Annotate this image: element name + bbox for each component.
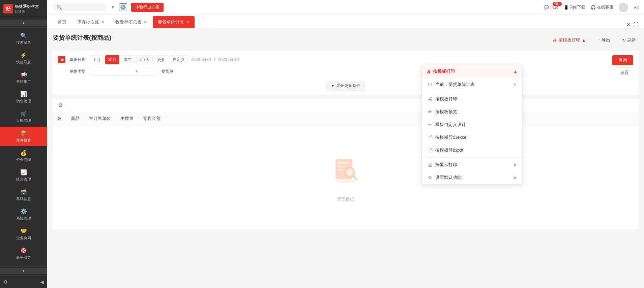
display-print-arrow: ▶ [514,162,517,167]
sidebar-scroll-down[interactable]: ▼ [0,268,47,274]
filter-section: ◀ 单据日期 上月 本月 本年 近7天 更多 自定义 2023-06-01 至 … [53,51,639,95]
col-quantity: 主数量 [116,112,138,125]
sidebar-collapse-button[interactable]: ◀ [40,279,44,285]
top-bar-settings-button[interactable]: ⚙️ [119,3,127,11]
search-bar-icon: 🔍 [57,5,62,10]
tab-bar: 首页 库存批次账 ✕ 收发存汇总表 ✕ 要货单统计表 ✕ ✕ ⛶ [47,15,644,28]
table-settings-icon[interactable]: ⚙ [58,102,63,108]
print-button[interactable]: 🖨 按模板打印 ▲ [550,35,589,45]
sidebar-settings-button[interactable]: ⚙ [3,279,8,285]
current-template-item[interactable]: ☑ 当前：要货单统计表 ▼ [422,78,522,91]
phone-icon: 📱 [564,5,569,10]
export-button[interactable]: ↑ 导出 [595,35,613,45]
sidebar-item-operation[interactable]: 📈 经营管理 [0,166,47,185]
template-pdf-item[interactable]: 📄 按模板导出pdf [422,144,522,157]
tab-order-stat[interactable]: 要货单统计表 ✕ [153,16,195,28]
tab-collection-close[interactable]: ✕ [144,20,147,25]
date-more[interactable]: 更多 [154,55,168,64]
search-bar[interactable]: 🔍 [53,3,107,11]
sidebar-item-guide[interactable]: 🎯 新手引导 [0,244,47,263]
sidebar-nav: 🔍 搜索菜单 ⚡ 快捷导航 📢 营销推广 📊 销售管理 🛒 采购管理 📦 库存核… [0,28,47,266]
sidebar-bottom: ⚙ ◀ [0,276,47,288]
date-last-month[interactable]: 上月 [90,55,104,64]
online-service-action[interactable]: 🎧 在线客服 [591,4,613,10]
top-bar: 🔍 ▼ ⚙️ 体验行业方案 💬 消息 99+ 📱 App下载 🎧 在线客服 R [47,0,644,15]
top-bar-actions: 💬 消息 99+ 📱 App下载 🎧 在线客服 Rit [544,3,639,12]
date-this-month[interactable]: 本月 [105,55,119,64]
user-avatar[interactable] [619,3,628,12]
sidebar-item-basic[interactable]: 🗃️ 基础信息 [0,185,47,205]
default-settings-left: ⚙ 设置默认功能 [427,174,462,181]
page-title: 要货单统计表(按商品) [53,34,111,42]
export-icon: ↑ [598,38,600,43]
template-design-icon: ✏ [427,122,433,127]
tab-collection[interactable]: 收发存汇总表 ✕ [110,16,152,28]
industry-button[interactable]: 体验行业方案 [131,3,164,12]
template-print-icon: 🖨 [427,96,433,102]
headphone-icon: 🎧 [591,5,596,10]
dropdown-collapse-icon: ▲ [513,69,518,74]
sidebar-item-search[interactable]: 🔍 搜索菜单 [0,29,47,49]
display-print-icon: 🖨 [427,162,433,167]
messages-action[interactable]: 💬 消息 99+ [544,4,558,10]
sidebar-item-system[interactable]: ⚙️ 系统管理 [0,205,47,224]
collab-icon: 🤝 [20,228,27,234]
sidebar-item-purchase[interactable]: 🛒 采购管理 [0,107,47,127]
inventory-icon: 📦 [20,130,27,136]
finance-icon: 💰 [20,150,27,156]
empty-icon [329,152,362,192]
dropdown-icon[interactable]: ▼ [111,5,115,10]
svg-point-0 [335,179,356,183]
col-unit: 主计量单位 [84,112,116,125]
expand-icon: ▼ [331,84,335,88]
check-icon: ☑ [427,82,433,87]
settings-button[interactable]: 设置 [616,67,633,78]
display-print-item[interactable]: 🖨 按显示打印 ▶ [422,158,522,171]
app-download-action[interactable]: 📱 App下载 [564,4,585,10]
col-empty [165,112,639,125]
date-custom[interactable]: 自定义 [170,55,188,64]
dropdown-header[interactable]: 🖨 按模板打印 ▲ [422,65,522,78]
sidebar-scroll-up[interactable]: ▲ [0,20,47,26]
query-button[interactable]: 查询 [612,55,633,65]
type-select[interactable]: ▼ [90,67,157,76]
refresh-button[interactable]: ↻ 刷新 [619,35,639,45]
print-dropdown: 🖨 按模板打印 ▲ ☑ 当前：要货单统计表 ▼ 🖨 按模板打印 👁 按模板预览 [421,65,523,184]
sidebar: 好 畅捷通好生意 标准版 ▲ 🔍 搜索菜单 ⚡ 快捷导航 📢 营销推广 📊 销售… [0,0,47,288]
message-icon: 💬 [544,5,549,10]
sidebar-item-apps[interactable]: 🔲 应用中心 [0,263,47,266]
sidebar-item-sales[interactable]: 📊 销售管理 [0,88,47,107]
filter-collapse-icon[interactable]: ◀ [58,56,65,63]
tab-right-actions: ✕ ⛶ [626,22,639,28]
default-settings-item[interactable]: ⚙ 设置默认功能 ▶ [422,171,522,184]
sidebar-item-collab[interactable]: 🤝 企业协同 [0,224,47,244]
tab-close-button[interactable]: ✕ [626,22,631,28]
tab-home[interactable]: 首页 [53,16,71,28]
tab-maximize-button[interactable]: ⛶ [633,22,639,28]
template-preview-item[interactable]: 👁 按模板预览 [422,105,522,118]
template-excel-item[interactable]: 📄 按模板导出excel [422,131,522,144]
tab-batch-close[interactable]: ✕ [101,20,105,25]
marketing-icon: 📢 [20,71,27,78]
type-label: 单据类型 [69,69,86,74]
sidebar-item-marketing[interactable]: 📢 营销推广 [0,68,47,88]
empty-state: 暂无数据 [53,125,639,229]
tab-batch[interactable]: 库存批次账 ✕ [72,16,110,28]
settings-icon: ⚙️ [120,4,126,10]
date-range-display: 2023-06-01 至 2023-06-30 [191,57,239,63]
date-7days[interactable]: 近7天 [136,55,153,64]
sidebar-item-finance[interactable]: 💰 资金管理 [0,146,47,166]
sidebar-item-shortcut[interactable]: ⚡ 快捷导航 [0,49,47,68]
template-design-item[interactable]: ✏ 模板自定义设计 [422,118,522,131]
sidebar-item-inventory[interactable]: 📦 库存核算 [0,127,47,146]
printer-icon: 🖨 [553,38,557,43]
filter-type-row: 单据类型 ▼ 要货单 [69,67,608,76]
template-print-item[interactable]: 🖨 按模板打印 [422,93,522,105]
tab-order-stat-close[interactable]: ✕ [186,20,189,25]
svg-rect-4 [338,169,344,170]
expand-filter-button[interactable]: ▼ 展开更多条件 [326,81,365,91]
search-input[interactable] [64,5,98,10]
default-settings-arrow: ▶ [514,175,517,180]
svg-line-6 [353,175,356,179]
date-this-year[interactable]: 本年 [121,55,135,64]
